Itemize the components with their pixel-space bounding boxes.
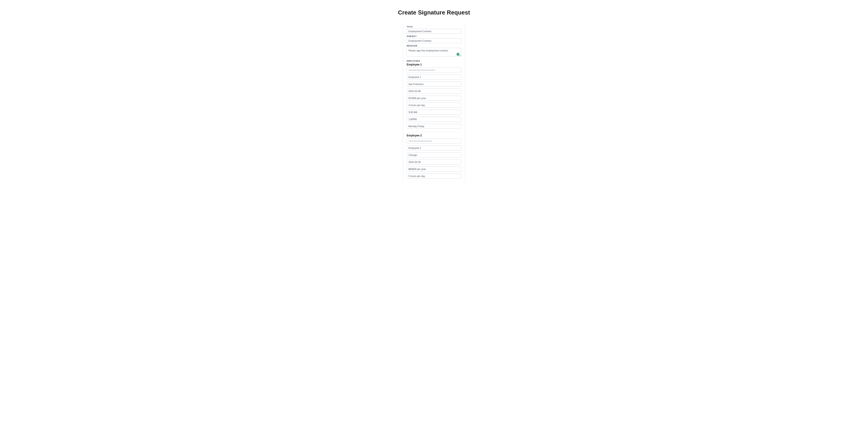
employee-heading: Employee 2	[407, 134, 461, 137]
employee-location-input[interactable]	[407, 81, 461, 87]
employee-start-date-input[interactable]	[407, 160, 461, 165]
title-label: TITLE	[407, 26, 461, 28]
employee-block	[407, 68, 461, 132]
employee-name-input[interactable]	[407, 145, 461, 150]
employee-days-input[interactable]	[407, 124, 461, 129]
subject-input[interactable]	[407, 38, 461, 43]
employee-hours-input[interactable]	[407, 103, 461, 108]
page-title: Create Signature Request	[398, 9, 470, 16]
employee-hours-input[interactable]	[407, 174, 461, 178]
employee-block	[407, 138, 461, 178]
form-card: TITLE SUBJECT MESSAGE EMPLOYEES Employee…	[403, 23, 465, 182]
message-wrap	[407, 48, 461, 58]
employee-salary-input[interactable]	[407, 167, 461, 172]
employee-name-input[interactable]	[407, 74, 461, 79]
message-textarea[interactable]	[407, 48, 461, 57]
message-label: MESSAGE	[407, 45, 461, 47]
employee-start-date-input[interactable]	[407, 89, 461, 94]
employee-start-time-input[interactable]	[407, 110, 461, 115]
title-input[interactable]	[407, 29, 461, 34]
page-root: Create Signature Request TITLE SUBJECT M…	[0, 0, 868, 182]
subject-label: SUBJECT	[407, 35, 461, 37]
employees-label: EMPLOYEES	[407, 60, 461, 62]
employee-email-input[interactable]	[407, 68, 461, 72]
employee-end-time-input[interactable]	[407, 117, 461, 122]
employee-location-input[interactable]	[407, 153, 461, 158]
employee-salary-input[interactable]	[407, 96, 461, 101]
employee-heading: Employee 1	[407, 63, 461, 66]
employee-email-input[interactable]	[407, 138, 461, 143]
